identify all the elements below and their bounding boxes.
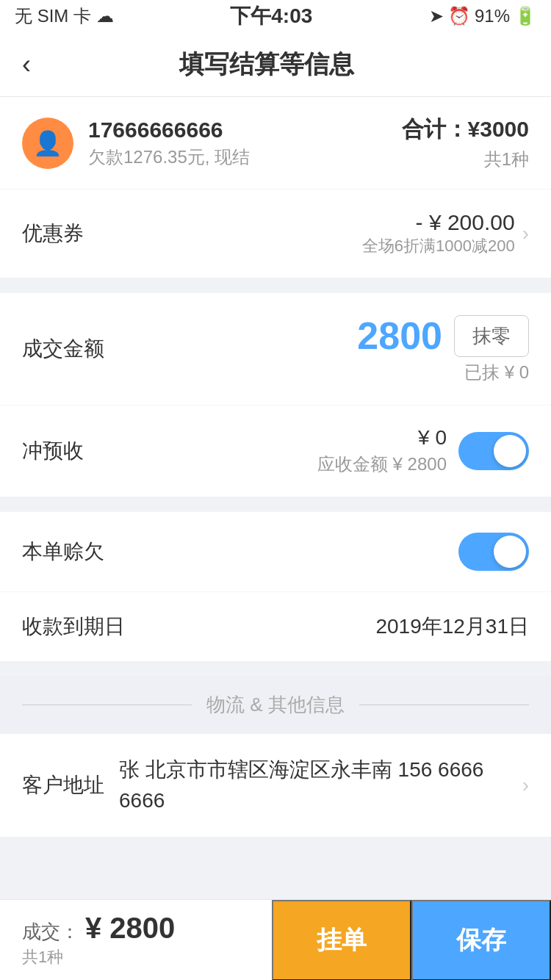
section-gap-1 (0, 278, 551, 292)
deal-amount-sub: 已抹 ¥ 0 (357, 361, 529, 384)
due-date-label: 收款到期日 (22, 613, 125, 641)
toggle-knob (494, 435, 526, 467)
bottom-deal-label: 成交： (22, 919, 79, 945)
pre-receive-label: 冲预收 (22, 437, 84, 465)
status-right: ➤ ⏰ 91% 🔋 (429, 6, 536, 26)
status-bar: 无 SIM 卡 ☁ 下午4:03 ➤ ⏰ 91% 🔋 (0, 0, 551, 32)
section-gap-3 (0, 661, 551, 676)
bottom-info: 成交： ¥ 2800 共1种 (0, 912, 272, 968)
user-sub: 欠款1276.35元, 现结 (88, 145, 250, 169)
address-arrow-icon: › (522, 774, 529, 797)
battery-icon: 🔋 (514, 6, 536, 26)
write-off-toggle[interactable] (458, 533, 529, 571)
write-off-row: 本单赊欠 (0, 511, 551, 591)
pre-receive-row: 冲预收 ¥ 0 应收金额 ¥ 2800 (0, 405, 551, 497)
save-button[interactable]: 保存 (411, 900, 551, 981)
coupon-desc: 全场6折满1000减200 (362, 235, 515, 257)
write-off-label: 本单赊欠 (22, 538, 104, 566)
deal-amount-right: 2800 抹零 已抹 ¥ 0 (357, 314, 529, 384)
pre-receive-toggle[interactable] (458, 432, 529, 470)
due-date-value: 2019年12月31日 (375, 613, 529, 641)
coupon-arrow-icon: › (522, 222, 529, 245)
pre-receive-amount: ¥ 0 (317, 426, 447, 450)
pre-receive-stack: ¥ 0 应收金额 ¥ 2800 (317, 426, 447, 476)
bottom-count: 共1种 (22, 946, 250, 968)
address-row[interactable]: 客户地址 张 北京市市辖区海淀区永丰南 156 6666 6666 › (0, 734, 551, 837)
deal-amount-row: 成交金额 2800 抹零 已抹 ¥ 0 (0, 292, 551, 405)
divider-line-left (22, 705, 192, 705)
address-content: 张 北京市市辖区海淀区永丰南 156 6666 6666 (119, 754, 522, 816)
pre-receive-right: ¥ 0 应收金额 ¥ 2800 (317, 426, 529, 476)
battery-label: 91% (475, 6, 510, 26)
address-label: 客户地址 (22, 771, 104, 799)
user-left: 👤 17666666666 欠款1276.35元, 现结 (22, 118, 250, 169)
deal-amount-value: 2800 (357, 314, 442, 358)
coupon-label: 优惠券 (22, 220, 84, 248)
bottom-deal-row: 成交： ¥ 2800 (22, 912, 250, 945)
avatar-icon: 👤 (33, 129, 62, 157)
divider-line-right (359, 705, 529, 705)
avatar: 👤 (22, 118, 73, 169)
total-count: 共1种 (402, 148, 529, 171)
user-phone: 17666666666 (88, 118, 250, 143)
location-icon: ➤ (429, 6, 444, 26)
due-date-row: 收款到期日 2019年12月31日 (0, 591, 551, 661)
bottom-price: ¥ 2800 (85, 912, 175, 945)
page-title: 填写结算等信息 (46, 48, 488, 82)
coupon-row[interactable]: 优惠券 - ¥ 200.00 全场6折满1000减200 › (0, 190, 551, 278)
nav-bar: ‹ 填写结算等信息 (0, 32, 551, 97)
pending-button[interactable]: 挂单 (272, 900, 411, 981)
coupon-right: - ¥ 200.00 全场6折满1000减200 › (362, 210, 529, 257)
write-off-toggle-knob (494, 536, 526, 568)
section-divider: 物流 & 其他信息 (0, 676, 551, 734)
deal-amount-controls: 2800 抹零 (357, 314, 529, 358)
bottom-bar: 成交： ¥ 2800 共1种 挂单 保存 (0, 899, 551, 980)
section-gap-2 (0, 497, 551, 511)
pre-receive-sub: 应收金额 ¥ 2800 (317, 453, 447, 476)
user-total: 合计：¥3000 共1种 (402, 115, 529, 171)
coupon-discount: - ¥ 200.00 (362, 210, 515, 235)
deal-amount-label: 成交金额 (22, 335, 104, 363)
back-button[interactable]: ‹ (22, 49, 31, 80)
status-time: 下午4:03 (230, 2, 312, 30)
sim-label: 无 SIM 卡 ☁ (15, 4, 114, 28)
round-button[interactable]: 抹零 (454, 315, 529, 357)
divider-text: 物流 & 其他信息 (206, 692, 345, 718)
user-details: 17666666666 欠款1276.35元, 现结 (88, 118, 250, 169)
alarm-icon: ⏰ (448, 6, 470, 26)
total-amount: 合计：¥3000 (402, 115, 529, 145)
status-left: 无 SIM 卡 ☁ (15, 4, 114, 28)
user-info-row: 👤 17666666666 欠款1276.35元, 现结 合计：¥3000 共1… (0, 97, 551, 190)
